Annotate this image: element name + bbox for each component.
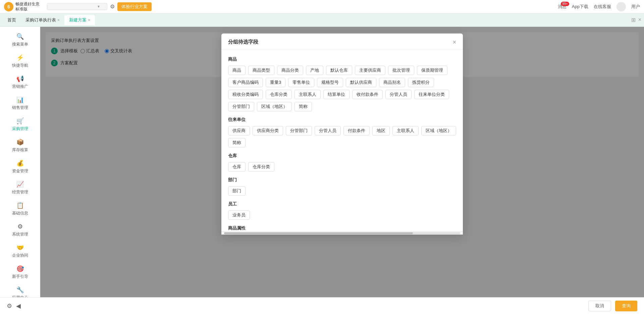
field-area[interactable]: 地区 — [372, 126, 390, 135]
field-quality-period[interactable]: 保质期管理 — [417, 66, 447, 75]
tab-purchase-order[interactable]: 采购订单执行表 × — [21, 15, 64, 25]
finance-icon: 💰 — [16, 160, 24, 167]
section-partner: 往来单位 供应商 供应商分类 分管部门 分管人员 付款条件 地区 主联系人 区域… — [228, 117, 456, 147]
notification-badge: 99+ — [561, 2, 569, 6]
field-main-contact[interactable]: 主联系人 — [294, 90, 321, 99]
section-warehouse-title: 仓库 — [228, 153, 456, 159]
field-short-name-product[interactable]: 简称 — [294, 102, 312, 111]
field-product-alias[interactable]: 商品别名 — [379, 78, 405, 87]
modal-overlay: 分组待选字段 × 商品 商品 商品类型 商品分类 产地 默认仓库 主要供应商 批… — [40, 27, 644, 314]
chevron-down-icon: ▼ — [97, 5, 100, 8]
field-spec-model[interactable]: 规格型号 — [317, 78, 343, 87]
field-short-name-partner[interactable]: 简称 — [228, 138, 246, 147]
sidebar-item-finance[interactable]: 💰 资金管理 — [0, 156, 40, 177]
field-supervisor-partner[interactable]: 分管人员 — [315, 126, 341, 135]
gear-icon[interactable]: ⚙ — [110, 3, 115, 10]
sidebar-label-system: 系统管理 — [12, 232, 28, 237]
field-supplier[interactable]: 供应商 — [228, 126, 250, 135]
sidebar-label-basic-info: 基础信息 — [12, 210, 28, 216]
sidebar-item-guide[interactable]: 🎯 新手引导 — [0, 262, 40, 283]
field-warehouse-category[interactable]: 仓库分类 — [266, 90, 292, 99]
tab-expand-icon[interactable]: ⊞ — [631, 17, 636, 23]
field-pick-points[interactable]: 拣货积分 — [408, 78, 434, 87]
product-fields: 商品 商品类型 商品分类 产地 默认仓库 主要供应商 批次管理 保质期管理 客户… — [228, 66, 456, 111]
field-tax-code[interactable]: 税收分类编码 — [228, 90, 263, 99]
tab-purchase-label: 采购订单执行表 — [25, 17, 56, 23]
field-customer-code[interactable]: 客户商品编码 — [228, 78, 263, 87]
field-main-supplier[interactable]: 主要供应商 — [355, 66, 385, 75]
sidebar-item-inventory[interactable]: 📦 库存核算 — [0, 135, 40, 156]
modal-body: 商品 商品 商品类型 商品分类 产地 默认仓库 主要供应商 批次管理 保质期管理… — [221, 50, 463, 231]
search-area[interactable]: ▼ — [47, 3, 107, 10]
experience-button[interactable]: 体验行业方案 — [117, 2, 152, 11]
field-origin[interactable]: 产地 — [306, 66, 323, 75]
field-partner-category[interactable]: 往来单位分类 — [414, 90, 449, 99]
sidebar-item-operations[interactable]: 📈 经营管理 — [0, 177, 40, 198]
modal-close-button[interactable]: × — [452, 39, 456, 45]
field-product-category[interactable]: 商品分类 — [277, 66, 303, 75]
sidebar-item-search[interactable]: 🔍 搜索菜单 — [0, 29, 40, 51]
field-default-warehouse[interactable]: 默认仓库 — [326, 66, 352, 75]
notification-area[interactable]: 消息 99+ — [558, 4, 567, 10]
sidebar-label-inventory: 库存核算 — [12, 147, 28, 153]
sidebar-item-purchase[interactable]: 🛒 采购管理 — [0, 114, 40, 135]
tab-home-label: 首页 — [7, 17, 16, 23]
topbar-left: 6 畅捷通好生意 标准版 ▼ ⚙ 体验行业方案 — [4, 2, 152, 11]
field-region-partner[interactable]: 区域（地区） — [421, 126, 456, 135]
hscroll-thumb[interactable] — [224, 232, 413, 234]
modal-hscrollbar[interactable] — [221, 231, 463, 235]
user-name: 用户 — [631, 4, 640, 10]
system-icon: ⚙ — [17, 223, 23, 230]
tab-new-plan-label: 新建方案 — [69, 17, 87, 23]
field-default-supplier[interactable]: 默认供应商 — [346, 78, 376, 87]
app-download-link[interactable]: App下载 — [572, 4, 588, 10]
sidebar-label-collab: 企业协同 — [12, 253, 28, 258]
tabbar: 首页 采购订单执行表 × 新建方案 × ⊞ × — [0, 13, 644, 27]
online-service-link[interactable]: 在线客服 — [594, 4, 611, 10]
confirm-button[interactable]: 查询 — [615, 301, 637, 311]
field-weight[interactable]: 重量3 — [266, 78, 285, 87]
field-warehouse[interactable]: 仓库 — [228, 162, 246, 172]
avatar[interactable] — [616, 2, 626, 11]
field-settlement-unit[interactable]: 结算单位 — [323, 90, 350, 99]
footer-bar: ⚙ ◀ 取消 查询 — [0, 297, 644, 314]
field-region-product[interactable]: 区域（地区） — [257, 102, 292, 111]
field-supplier-category[interactable]: 供应商分类 — [253, 126, 283, 135]
field-dept-in-charge[interactable]: 分管部门 — [228, 102, 254, 111]
sidebar-item-quick-nav[interactable]: ⚡ 快捷导航 — [0, 51, 40, 72]
sidebar-item-sales[interactable]: 📊 销售管理 — [0, 93, 40, 114]
footer-settings-icon[interactable]: ⚙ — [7, 302, 12, 310]
section-warehouse: 仓库 仓库 仓库分类 — [228, 153, 456, 172]
tab-purchase-close[interactable]: × — [57, 18, 60, 22]
sidebar-item-basic-info[interactable]: 📋 基础信息 — [0, 198, 40, 219]
tab-close-all-icon[interactable]: × — [638, 17, 641, 23]
footer-collapse-icon[interactable]: ◀ — [16, 302, 21, 310]
field-product[interactable]: 商品 — [228, 66, 246, 75]
field-retail-unit[interactable]: 零售单位 — [288, 78, 314, 87]
field-warehouse-cat[interactable]: 仓库分类 — [248, 162, 274, 172]
hscroll-track — [224, 232, 460, 234]
field-supervisor[interactable]: 分管人员 — [385, 90, 412, 99]
cancel-button[interactable]: 取消 — [588, 301, 611, 311]
sidebar-label-operations: 经营管理 — [12, 189, 28, 195]
tab-new-plan[interactable]: 新建方案 × — [64, 15, 95, 25]
field-payment-terms[interactable]: 收付款条件 — [352, 90, 383, 99]
tab-home[interactable]: 首页 — [3, 15, 21, 25]
search-input[interactable] — [50, 4, 97, 9]
tabbar-actions: ⊞ × — [631, 17, 641, 23]
field-batch-mgmt[interactable]: 批次管理 — [388, 66, 414, 75]
purchase-icon: 🛒 — [16, 117, 24, 125]
field-main-contact-partner[interactable]: 主联系人 — [392, 126, 419, 135]
tab-new-plan-close[interactable]: × — [88, 18, 90, 22]
sidebar-item-collab[interactable]: 🤝 企业协同 — [0, 241, 40, 262]
field-dept-partner[interactable]: 分管部门 — [286, 126, 312, 135]
section-department-title: 部门 — [228, 177, 456, 183]
sidebar-item-system[interactable]: ⚙ 系统管理 — [0, 219, 40, 241]
field-department[interactable]: 部门 — [228, 186, 246, 196]
field-payment-condition[interactable]: 付款条件 — [343, 126, 370, 135]
field-product-type[interactable]: 商品类型 — [248, 66, 274, 75]
employee-fields: 业务员 — [228, 210, 456, 220]
field-salesperson[interactable]: 业务员 — [228, 210, 250, 220]
sidebar-item-marketing[interactable]: 📢 营销推广 — [0, 72, 40, 93]
sidebar: 🔍 搜索菜单 ⚡ 快捷导航 📢 营销推广 📊 销售管理 🛒 采购管理 📦 库存核… — [0, 27, 40, 314]
